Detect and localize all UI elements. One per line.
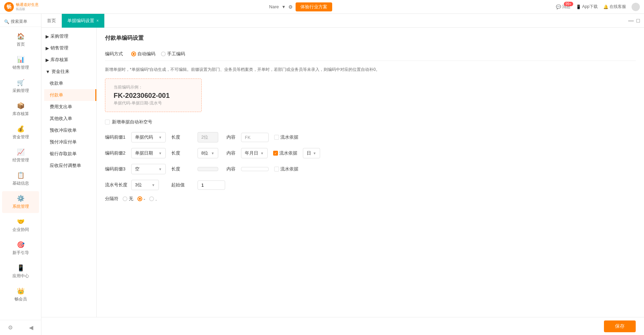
flow1-checkbox[interactable]: 流水依据 [274, 134, 298, 140]
prefix2-select[interactable]: 单据日期 ▼ [131, 148, 166, 158]
prefix2-label: 编码前缀2 [105, 150, 126, 156]
content2-value: 年月日 [245, 150, 258, 156]
tab-home[interactable]: 首页 [41, 14, 62, 28]
sidebar-item-basic[interactable]: 📋 基础信息 [2, 168, 39, 190]
tab-bar: 首页 单据编码设置 × — □ [41, 14, 644, 28]
inventory-icon: 📦 [17, 102, 25, 110]
minimize-icon[interactable]: — [628, 18, 634, 24]
flow2-label: 流水依据 [279, 150, 297, 156]
flow3-checkbox[interactable]: 流水依据 [274, 166, 298, 172]
save-button[interactable]: 保存 [604, 320, 636, 332]
sub-item-prepaid-payable-label: 预付冲应付单 [50, 139, 77, 145]
separator-dot[interactable]: . [149, 196, 157, 202]
auto-fill-checkbox[interactable] [105, 120, 110, 124]
tab-encoding-label: 单据编码设置 [67, 18, 94, 24]
chevron-right-icon: ▶ [46, 34, 49, 39]
settings-icon[interactable]: ⚙ [288, 4, 293, 10]
flow2-unit-chevron-icon: ▼ [313, 151, 316, 155]
encoding-method-row: 编码方式 自动编码 手工编码 [105, 47, 636, 61]
sidebar-item-member[interactable]: 👑 畅会员 [2, 284, 39, 306]
sub-item-receivable-adjust[interactable]: 应收应付调整单 [44, 160, 96, 171]
sub-group-purchase[interactable]: ▶ 采购管理 [41, 30, 96, 42]
flow2-unit-select[interactable]: 日 ▼ [303, 148, 320, 158]
flow2-checkbox-box[interactable]: ✓ [273, 151, 278, 156]
separator-dash-label: - [144, 196, 145, 202]
tab-close-icon[interactable]: × [96, 18, 99, 23]
serial-length-chevron-icon: ▼ [152, 183, 155, 187]
length1-value: 2位 [201, 134, 208, 140]
sidebar-item-sales[interactable]: 📊 销售管理 [2, 52, 39, 74]
prefix1-label: 编码前缀1 [105, 134, 126, 140]
radio-manual-code[interactable]: 手工编码 [161, 51, 185, 57]
message-button[interactable]: 💬 消息 99+ [556, 4, 570, 10]
sub-item-prepaid-receivable[interactable]: 预收冲应收单 [44, 124, 96, 136]
flow2-checkbox[interactable]: ✓ 流水依据 [273, 150, 297, 156]
sidebar-label-sales: 销售管理 [12, 65, 29, 71]
sidebar-item-inventory[interactable]: 📦 库存核算 [2, 99, 39, 120]
main-layout: 🔍 搜索菜单 🏠 首页 📊 销售管理 🛒 采购管理 📦 库存核算 💰 资金管理 … [0, 14, 644, 335]
search-menu[interactable]: 🔍 搜索菜单 [0, 17, 41, 27]
sidebar-item-guide[interactable]: 🎯 新手引导 [2, 238, 39, 259]
prefix3-chevron-icon: ▼ [158, 167, 162, 171]
separator-dash-dot [137, 196, 142, 201]
sub-item-bank-deposit[interactable]: 银行存取款单 [44, 148, 96, 160]
length2-value: 8位 [201, 150, 208, 156]
prefix3-select[interactable]: 空 ▼ [131, 164, 166, 174]
separator-none-label: 无 [129, 196, 133, 202]
app-download-icon: 📱 [576, 4, 581, 9]
logo-icon: 畅 [4, 2, 14, 12]
radio-manual-label: 手工编码 [167, 51, 185, 57]
radio-auto-label: 自动编码 [137, 51, 155, 57]
sub-item-expense[interactable]: 费用支出单 [44, 101, 96, 113]
length2-select[interactable]: 8位 ▼ [198, 148, 218, 158]
online-service-button[interactable]: 🔔 在线客服 [603, 4, 626, 10]
sidebar-item-purchase[interactable]: 🛒 采购管理 [2, 75, 39, 97]
sidebar-item-app[interactable]: 📱 应用中心 [2, 261, 39, 282]
separator-none-dot [123, 196, 127, 201]
auto-fill-row[interactable]: 新增单据自动补空号 [105, 119, 636, 125]
user-avatar[interactable] [632, 3, 640, 11]
content2-chevron-icon: ▼ [260, 151, 264, 155]
sidebar-item-enterprise[interactable]: 🤝 企业协同 [2, 214, 39, 236]
serial-length-select[interactable]: 3位 ▼ [131, 180, 159, 190]
dropdown-arrow-icon[interactable]: ▼ [281, 4, 286, 9]
separator-none[interactable]: 无 [123, 196, 133, 202]
radio-auto-code[interactable]: 自动编码 [131, 51, 155, 57]
sub-group-sales[interactable]: ▶ 销售管理 [41, 42, 96, 54]
tab-encoding[interactable]: 单据编码设置 × [62, 14, 105, 28]
content1-value: FK [241, 133, 269, 142]
guide-icon: 🎯 [17, 241, 25, 249]
sidebar-item-system[interactable]: ⚙️ 系统管理 [2, 191, 39, 213]
top-bar-right: 💬 消息 99+ 📱 App下载 🔔 在线客服 [556, 3, 640, 11]
sidebar-item-finance[interactable]: 💰 资金管理 [2, 122, 39, 143]
sub-group-inventory[interactable]: ▶ 库存核算 [41, 54, 96, 66]
sidebar-item-home[interactable]: 🏠 首页 [2, 29, 39, 51]
sidebar-label-operations: 经营管理 [12, 157, 29, 163]
sidebar-label-guide: 新手引导 [12, 250, 29, 256]
info-text: 新增单据时，*单据编码*自动生成，不可编辑。前缀设置为部门、业务员等档案类，开单… [105, 66, 636, 73]
collapse-icon[interactable]: ◀ [26, 323, 36, 332]
sub-item-other-income[interactable]: 其他收入单 [44, 113, 96, 124]
prefix1-chevron-icon: ▼ [158, 136, 162, 139]
sidebar-item-operations[interactable]: 📈 经营管理 [2, 145, 39, 167]
separator-dash[interactable]: - [137, 196, 145, 202]
sub-item-payment[interactable]: 付款单 [44, 89, 96, 101]
settings-bottom-icon[interactable]: ⚙ [5, 323, 16, 332]
sidebar: 🔍 搜索菜单 🏠 首页 📊 销售管理 🛒 采购管理 📦 库存核算 💰 资金管理 … [0, 14, 41, 335]
separator-row: 分隔符 无 - . [105, 196, 636, 202]
flow3-checkbox-box[interactable] [274, 167, 279, 171]
maximize-icon[interactable]: □ [636, 18, 640, 24]
sub-item-prepaid-receivable-label: 预收冲应收单 [50, 127, 77, 133]
prefix1-select[interactable]: 单据代码 ▼ [131, 132, 166, 142]
flow1-checkbox-box[interactable] [274, 135, 279, 140]
serial-row: 流水号长度 3位 ▼ 起始值 [105, 180, 636, 190]
sub-item-receipt[interactable]: 收款单 [44, 77, 96, 89]
enterprise-icon: 🤝 [17, 218, 25, 225]
trial-button[interactable]: 体验行业方案 [296, 2, 332, 11]
sub-group-purchase-label: 采购管理 [50, 33, 68, 39]
start-value-input[interactable] [198, 180, 225, 190]
sub-item-prepaid-payable[interactable]: 预付冲应付单 [44, 136, 96, 148]
content2-select[interactable]: 年月日 ▼ [241, 148, 268, 158]
app-download-button[interactable]: 📱 App下载 [576, 4, 598, 10]
sub-group-capital[interactable]: ▼ 资金往来 [41, 66, 96, 77]
